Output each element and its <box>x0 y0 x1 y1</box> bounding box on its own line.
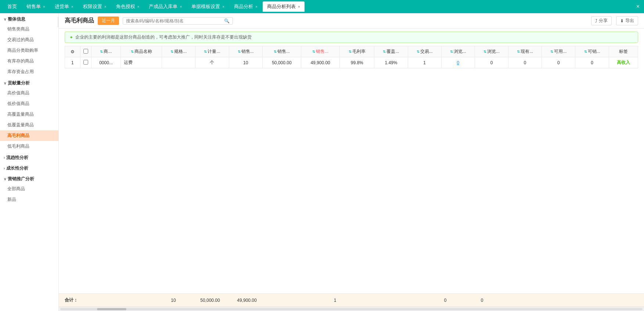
row-tag: 高收入 <box>609 57 638 68</box>
sidebar-item-low-value[interactable]: 低价值商品 <box>0 98 58 109</box>
info-icon: ✦ <box>69 35 73 40</box>
col-saleable[interactable]: ⇅可销... <box>575 46 609 57</box>
close-icon[interactable]: × <box>222 5 224 9</box>
sidebar-item-high-value[interactable]: 高价值商品 <box>0 88 58 98</box>
col-views1[interactable]: ⇅浏览... <box>441 46 475 57</box>
chevron-right-icon: › <box>4 156 5 160</box>
sidebar-item-low-coverage[interactable]: 低覆盖量商品 <box>0 120 58 130</box>
row-unit: 个 <box>195 57 229 68</box>
select-all-checkbox[interactable] <box>83 49 88 54</box>
chevron-down-icon: ∨ <box>4 17 6 21</box>
chevron-down-icon: ∨ <box>4 81 6 85</box>
row-sales2: 50,000.00 <box>262 57 301 68</box>
row-views1[interactable]: 0 <box>441 57 475 68</box>
sidebar-group-trend[interactable]: › 流趋性分析 <box>0 152 58 162</box>
search-input[interactable] <box>126 18 222 23</box>
row-num: 1 <box>65 57 80 68</box>
nav-tab-home[interactable]: 首页 <box>3 1 21 12</box>
row-sales3: 49,900.00 <box>301 57 339 68</box>
col-current[interactable]: ⇅现有... <box>508 46 542 57</box>
footer-available: 0 <box>467 298 497 303</box>
col-spec[interactable]: ⇅规格... <box>162 46 195 57</box>
col-sales2[interactable]: ⇅销售... <box>262 46 301 57</box>
row-saleable: 0 <box>575 57 609 68</box>
close-all-button[interactable]: × <box>635 2 641 11</box>
sidebar-group-overall[interactable]: ∨ 整体信息 <box>0 13 58 24</box>
sidebar-item-category-rate[interactable]: 商品分类助购率 <box>0 45 58 56</box>
col-code[interactable]: ⇅商... <box>91 46 120 57</box>
close-icon[interactable]: × <box>137 5 140 9</box>
sidebar-group-growth[interactable]: › 成长性分析 <box>0 162 58 173</box>
content-header: 高毛利商品 近一月 🔍 ⤴ 分享 ⬇ 导出 <box>59 13 644 29</box>
sidebar-item-low-margin[interactable]: 低毛利商品 <box>0 141 58 152</box>
export-icon: ⬇ <box>620 18 624 23</box>
col-coverage[interactable]: ⇅覆盖... <box>374 46 408 57</box>
row-coverage: 1.49% <box>374 57 408 68</box>
col-checkbox[interactable] <box>80 46 91 57</box>
sidebar-item-in-stock[interactable]: 有库存的商品 <box>0 56 58 66</box>
close-icon[interactable]: × <box>104 5 107 9</box>
scrollbar-thumb[interactable] <box>97 308 126 310</box>
col-tag[interactable]: 标签 <box>609 46 638 57</box>
share-button[interactable]: ⤴ 分享 <box>591 16 612 25</box>
sidebar-item-high-coverage[interactable]: 高覆盖量商品 <box>0 109 58 120</box>
close-icon[interactable]: × <box>180 5 182 9</box>
footer-sales1: 10 <box>159 298 188 303</box>
nav-tab-analysis-list[interactable]: 商品分析列表 × <box>263 1 305 12</box>
page-title: 高毛利商品 <box>65 17 94 25</box>
col-gross-rate[interactable]: ⇅毛利率 <box>340 46 374 57</box>
col-unit[interactable]: ⇅计量... <box>195 46 229 57</box>
share-icon: ⤴ <box>595 18 597 23</box>
nav-tab-purchase[interactable]: 进货单 × <box>50 1 78 12</box>
footer-sales3: 49,900.00 <box>232 298 262 303</box>
horizontal-scrollbar[interactable] <box>59 307 644 311</box>
col-views2[interactable]: ⇅浏览... <box>475 46 508 57</box>
close-icon[interactable]: × <box>71 5 73 9</box>
search-icon[interactable]: 🔍 <box>224 18 230 23</box>
sidebar-item-traded-goods[interactable]: 交易过的商品 <box>0 35 58 45</box>
row-select-checkbox[interactable] <box>83 60 88 65</box>
row-views2: 0 <box>475 57 508 68</box>
sidebar-item-high-margin[interactable]: 高毛利商品 <box>0 130 58 141</box>
row-current: 0 <box>508 57 542 68</box>
close-icon[interactable]: × <box>298 5 300 9</box>
sidebar-item-new-goods[interactable]: 新品 <box>0 194 58 205</box>
footer-label: 合计： <box>65 297 78 303</box>
nav-tab-permission[interactable]: 权限设置 × <box>79 1 111 12</box>
header-actions: ⤴ 分享 ⬇ 导出 <box>591 16 638 25</box>
sidebar-group-marketing[interactable]: ∨ 营销推广分析 <box>0 173 58 184</box>
row-checkbox[interactable] <box>80 57 91 68</box>
close-icon[interactable]: × <box>255 5 258 9</box>
footer-transactions: 1 <box>320 298 350 303</box>
nav-tab-sales[interactable]: 销售单 × <box>22 1 50 12</box>
row-available: 0 <box>542 57 575 68</box>
sidebar-item-all-goods[interactable]: 全部商品 <box>0 184 58 194</box>
nav-tab-product-in[interactable]: 产成品入库单 × <box>144 1 186 12</box>
table-container[interactable]: ⚙ ⇅商... ⇅商品名称 ⇅规格... ⇅计量... ⇅销售... ⇅销售..… <box>65 46 638 293</box>
col-sales3[interactable]: ⇅销售... <box>301 46 339 57</box>
filter-recent-month-button[interactable]: 近一月 <box>98 17 119 25</box>
nav-tab-analysis[interactable]: 商品分析 × <box>230 1 262 12</box>
sidebar-collapse-button[interactable]: « <box>58 17 59 27</box>
chevron-right-icon: › <box>4 166 5 170</box>
main-container: « ∨ 整体信息 销售类商品 交易过的商品 商品分类助购率 有库存的商品 库存资… <box>0 13 644 311</box>
chevron-down-icon: ∨ <box>4 177 6 181</box>
sidebar-item-sales-goods[interactable]: 销售类商品 <box>0 24 58 35</box>
sidebar-group-contribution[interactable]: ∨ 贡献量分析 <box>0 77 58 88</box>
table-row: 1 0000... 运费 个 10 50,000.00 49,900.00 99… <box>65 57 638 68</box>
row-name: 运费 <box>121 57 162 68</box>
col-transactions[interactable]: ⇅交易... <box>408 46 441 57</box>
col-settings[interactable]: ⚙ <box>65 46 80 57</box>
footer-totals: 合计： 10 50,000.00 49,900.00 1 0 0 <box>59 293 644 307</box>
sidebar-item-stock-capital[interactable]: 库存资金占用 <box>0 66 58 77</box>
col-name[interactable]: ⇅商品名称 <box>121 46 162 57</box>
close-icon[interactable]: × <box>43 5 45 9</box>
nav-tab-role[interactable]: 角色授权 × <box>112 1 144 12</box>
content-area: 高毛利商品 近一月 🔍 ⤴ 分享 ⬇ 导出 ✦ 企业的主要的利润都是这部分商品创… <box>59 13 644 311</box>
nav-tab-template[interactable]: 单据模板设置 × <box>187 1 229 12</box>
col-available[interactable]: ⇅可用... <box>542 46 575 57</box>
export-button[interactable]: ⬇ 导出 <box>616 16 638 25</box>
row-code: 0000... <box>91 57 120 68</box>
scrollbar-track <box>60 308 643 310</box>
col-sales1[interactable]: ⇅销售... <box>229 46 262 57</box>
